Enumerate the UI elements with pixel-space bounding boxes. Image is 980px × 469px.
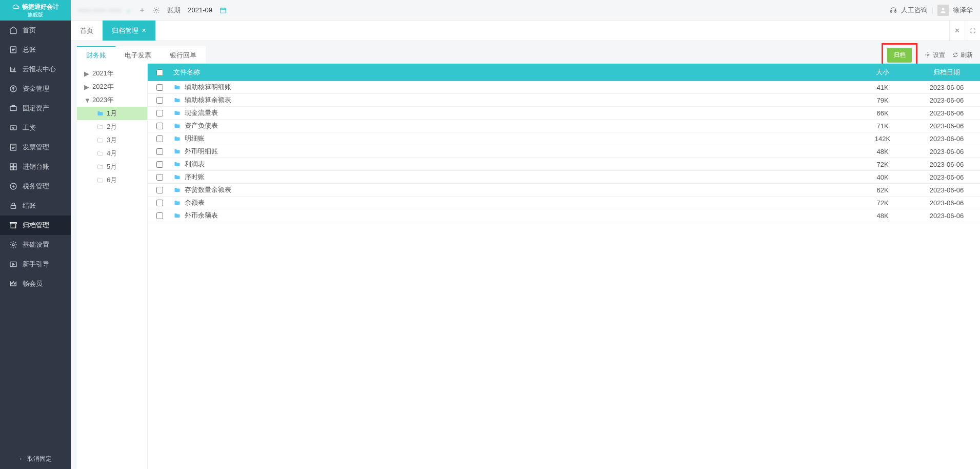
svg-rect-6: [10, 164, 13, 166]
sidebar-item-home[interactable]: 首页: [0, 21, 71, 40]
org-selector[interactable]: —— —— —— ⌄: [78, 6, 131, 14]
table-row[interactable]: 辅助核算余额表79K2023-06-06: [148, 94, 980, 107]
subtab-bank[interactable]: 银行回单: [161, 46, 206, 64]
period-label: 账期: [167, 6, 181, 15]
sidebar-item-settings[interactable]: 基础设置: [0, 235, 71, 255]
play-icon: [9, 260, 17, 268]
sidebar-item-salary[interactable]: 工资: [0, 118, 71, 138]
file-date: 2023-06-06: [913, 161, 980, 168]
plus-icon[interactable]: ＋: [138, 6, 146, 15]
tree-month-1[interactable]: 1月: [77, 107, 147, 120]
subtab-einvoice[interactable]: 电子发票: [115, 46, 161, 64]
sidebar-item-archive[interactable]: 归档管理: [0, 216, 71, 235]
gear-icon[interactable]: [153, 7, 160, 14]
headset-icon: [890, 7, 897, 14]
archive-button[interactable]: 归档: [887, 48, 912, 63]
table-row[interactable]: 序时账40K2023-06-06: [148, 171, 980, 184]
lock-icon: [9, 202, 17, 210]
header-name: 文件名称: [171, 68, 852, 77]
tree-month-4[interactable]: 4月: [77, 147, 147, 160]
sidebar-item-ledger[interactable]: 总账: [0, 40, 71, 60]
folder-icon: [96, 177, 104, 183]
table-row[interactable]: 外币明细账48K2023-06-06: [148, 145, 980, 158]
row-checkbox[interactable]: [156, 174, 163, 181]
sidebar-item-label: 首页: [23, 26, 36, 35]
period-value[interactable]: 2021-09: [188, 6, 212, 14]
settings-link[interactable]: 设置: [925, 51, 945, 60]
tree-month-3[interactable]: 3月: [77, 133, 147, 147]
sidebar-unpin[interactable]: ← 取消固定: [0, 448, 71, 469]
close-icon[interactable]: ✕: [142, 27, 146, 34]
svg-rect-7: [14, 164, 16, 166]
sidebar-item-label: 工资: [23, 123, 36, 132]
sidebar-item-invoice[interactable]: 发票管理: [0, 138, 71, 157]
consult-link[interactable]: 人工咨询: [901, 6, 928, 15]
file-date: 2023-06-06: [913, 186, 980, 194]
calendar-icon[interactable]: [219, 7, 227, 14]
file-icon: [173, 123, 181, 129]
sidebar-footer-label: 取消固定: [27, 455, 52, 463]
topbar: —— —— —— ⌄ ＋ 账期 2021-09 人工咨询 | 徐泽华: [71, 0, 980, 21]
tax-icon: [9, 182, 17, 190]
fullscreen-icon[interactable]: [965, 21, 980, 41]
row-checkbox[interactable]: [156, 97, 163, 104]
svg-point-4: [13, 127, 14, 129]
table-row[interactable]: 外币余额表48K2023-06-06: [148, 209, 980, 222]
subtab-finance[interactable]: 财务账: [77, 46, 115, 64]
table-row[interactable]: 余额表72K2023-06-06: [148, 197, 980, 209]
sidebar-item-assets[interactable]: 固定资产: [0, 99, 71, 118]
brand-logo[interactable]: 畅捷通好会计 旗舰版: [0, 0, 71, 21]
file-name: 现金流量表: [185, 108, 218, 118]
tree-year-2022[interactable]: ▶2022年: [77, 80, 147, 93]
refresh-label: 刷新: [961, 51, 973, 60]
sidebar-item-funds[interactable]: 资金管理: [0, 79, 71, 99]
table-row[interactable]: 现金流量表66K2023-06-06: [148, 107, 980, 120]
sidebar-item-tax[interactable]: 税务管理: [0, 177, 71, 196]
avatar[interactable]: [937, 5, 949, 16]
tree-month-2[interactable]: 2月: [77, 120, 147, 133]
archive-icon: [9, 221, 17, 229]
table-row[interactable]: 存货数量余额表62K2023-06-06: [148, 184, 980, 197]
sidebar-item-label: 税务管理: [23, 182, 49, 191]
sidebar-item-inventory[interactable]: 进销台账: [0, 157, 71, 177]
file-date: 2023-06-06: [913, 135, 980, 143]
table-row[interactable]: 辅助核算明细账41K2023-06-06: [148, 81, 980, 94]
row-checkbox[interactable]: [156, 148, 163, 155]
row-checkbox[interactable]: [156, 161, 163, 168]
row-checkbox[interactable]: [156, 84, 163, 91]
file-name: 明细账: [185, 134, 205, 143]
row-checkbox[interactable]: [156, 135, 163, 142]
file-date: 2023-06-06: [913, 96, 980, 104]
row-checkbox[interactable]: [156, 187, 163, 193]
tab-home[interactable]: 首页: [71, 21, 103, 41]
caret-down-icon: ▼: [84, 96, 89, 104]
file-date: 2023-06-06: [913, 199, 980, 207]
sidebar-item-guide[interactable]: 新手引导: [0, 255, 71, 274]
row-checkbox[interactable]: [156, 200, 163, 206]
row-checkbox[interactable]: [156, 123, 163, 129]
file-size: 72K: [852, 199, 913, 207]
sidebar-item-reports[interactable]: 云报表中心: [0, 60, 71, 79]
tree-year-2023[interactable]: ▼2023年: [77, 93, 147, 107]
tree-year-2021[interactable]: ▶2021年: [77, 67, 147, 80]
tree-month-5[interactable]: 5月: [77, 160, 147, 173]
tab-archive[interactable]: 归档管理✕: [103, 21, 155, 41]
username[interactable]: 徐泽华: [953, 6, 973, 15]
vip-icon: [9, 280, 17, 288]
tree-month-6[interactable]: 6月: [77, 173, 147, 187]
row-checkbox[interactable]: [156, 212, 163, 219]
sidebar-item-label: 进销台账: [23, 162, 49, 171]
table-row[interactable]: 资产负债表71K2023-06-06: [148, 120, 980, 132]
refresh-link[interactable]: 刷新: [952, 51, 973, 60]
sidebar-item-vip[interactable]: 畅会员: [0, 274, 71, 294]
caret-right-icon: ▶: [84, 70, 89, 77]
table-row[interactable]: 明细账142K2023-06-06: [148, 132, 980, 145]
sidebar-item-close[interactable]: 结账: [0, 196, 71, 216]
svg-rect-19: [895, 10, 896, 12]
subtab-label: 电子发票: [125, 51, 151, 60]
file-icon: [173, 135, 181, 142]
table-row[interactable]: 利润表72K2023-06-06: [148, 158, 980, 171]
close-all-icon[interactable]: ✕: [949, 21, 965, 41]
select-all-checkbox[interactable]: [156, 69, 163, 76]
row-checkbox[interactable]: [156, 110, 163, 116]
